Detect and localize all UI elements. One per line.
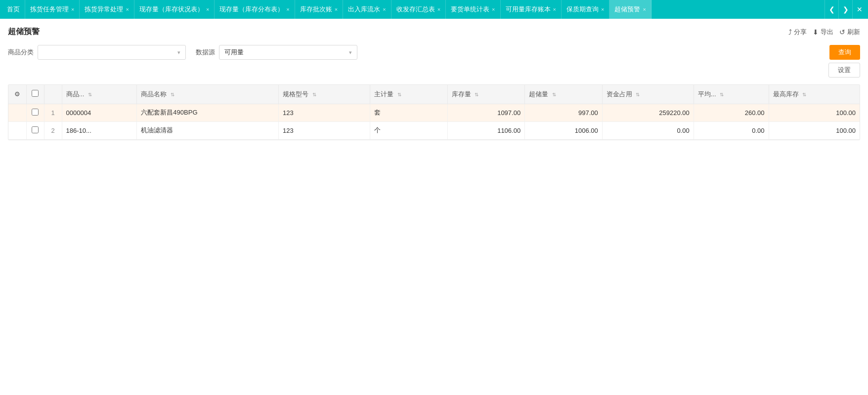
page-container: 超储预警 ⤴ 分享 ⬇ 导出 ↺ 刷新 商品分类 ▾ 数据源 [0, 19, 868, 395]
nav-tab-3[interactable]: 现存量（库存状况表）× [134, 0, 215, 19]
nav-tab-label: 现存量（库存状况表） [139, 5, 204, 14]
category-chevron-icon: ▾ [177, 49, 180, 56]
col-stock-label: 库存量 [452, 90, 471, 98]
col-unit-label: 主计量 [374, 90, 393, 98]
category-select[interactable]: ▾ [38, 45, 186, 60]
nav-tab-10[interactable]: 保质期查询× [562, 0, 609, 19]
col-select-all[interactable] [26, 85, 44, 104]
col-avg-label: 平均... [698, 90, 716, 98]
tab-close-btn[interactable]: × [126, 6, 129, 12]
row-avg: 0.00 [694, 121, 769, 139]
col-maxstock[interactable]: 最高库存 ⇅ [769, 85, 860, 104]
refresh-action[interactable]: ↺ 刷新 [839, 28, 860, 37]
query-button[interactable]: 查询 [829, 45, 860, 60]
page-title: 超储预警 [8, 27, 788, 37]
col-avg[interactable]: 平均... ⇅ [694, 85, 769, 104]
row-index: 2 [44, 121, 62, 139]
data-table-wrapper: ⚙ 商品... ⇅ 商品名称 ⇅ 规格型号 [8, 84, 860, 140]
nav-arrow-left[interactable]: ❮ [825, 0, 838, 19]
col-spec[interactable]: 规格型号 ⇅ [279, 85, 370, 104]
tab-close-btn[interactable]: × [71, 6, 74, 12]
tab-close-btn[interactable]: × [553, 6, 556, 12]
row-actions-cell [8, 121, 26, 139]
header-actions: ⤴ 分享 ⬇ 导出 ↺ 刷新 [788, 28, 860, 37]
tab-close-btn[interactable]: × [601, 6, 604, 12]
export-label: 导出 [821, 28, 833, 37]
nav-tab-8[interactable]: 要货单统计表× [446, 0, 500, 19]
col-settings[interactable]: ⚙ [8, 85, 26, 104]
row-spec: 123 [279, 104, 370, 121]
tab-close-btn[interactable]: × [335, 6, 338, 12]
row-checkbox-cell[interactable] [26, 121, 44, 139]
col-avg-sort-icon: ⇅ [720, 92, 724, 97]
top-navigation: 首页拣货任务管理×拣货异常处理×现存量（库存状况表）×现存量（库存分布表）×库存… [0, 0, 868, 19]
settings-gear-icon: ⚙ [14, 90, 20, 98]
row-overstock: 997.00 [525, 104, 603, 121]
nav-arrow-close[interactable]: ✕ [852, 0, 866, 19]
col-name[interactable]: 商品名称 ⇅ [137, 85, 279, 104]
settings-button[interactable]: 设置 [828, 63, 860, 78]
col-name-sort-icon: ⇅ [171, 92, 174, 97]
filter-area: 商品分类 ▾ 数据源 可用量 ▾ 查询 设置 [8, 45, 860, 78]
nav-tab-0[interactable]: 首页 [2, 0, 25, 19]
row-checkbox[interactable] [32, 126, 39, 133]
nav-tab-1[interactable]: 拣货任务管理× [25, 0, 80, 19]
datasource-select[interactable]: 可用量 ▾ [219, 45, 357, 60]
share-label: 分享 [794, 28, 807, 37]
nav-tab-7[interactable]: 收发存汇总表× [391, 0, 446, 19]
row-checkbox-cell[interactable] [26, 104, 44, 121]
col-overstock[interactable]: 超储量 ⇅ [525, 85, 603, 104]
nav-tab-label: 拣货任务管理 [30, 5, 69, 14]
category-select-value [43, 49, 45, 56]
page-header: 超储预警 ⤴ 分享 ⬇ 导出 ↺ 刷新 [8, 27, 860, 37]
nav-tab-label: 保质期查询 [566, 5, 599, 14]
nav-tab-2[interactable]: 拣货异常处理× [80, 0, 134, 19]
col-stock-sort-icon: ⇅ [475, 92, 478, 97]
row-name: 机油滤清器 [137, 121, 279, 139]
col-stock[interactable]: 库存量 ⇅ [447, 85, 525, 104]
nav-tab-5[interactable]: 库存批次账× [295, 0, 343, 19]
nav-tab-9[interactable]: 可用量库存账本× [501, 0, 562, 19]
nav-arrow-right[interactable]: ❯ [838, 0, 852, 19]
export-action[interactable]: ⬇ 导出 [813, 28, 833, 37]
row-code: 0000004 [62, 104, 137, 121]
col-unit[interactable]: 主计量 ⇅ [370, 85, 448, 104]
nav-tab-label: 收发存汇总表 [396, 5, 435, 14]
tab-close-btn[interactable]: × [437, 6, 440, 12]
nav-tab-6[interactable]: 出入库流水× [343, 0, 391, 19]
row-name: 六配套新昌490BPG [137, 104, 279, 121]
datasource-chevron-icon: ▾ [349, 49, 352, 56]
refresh-icon: ↺ [839, 28, 845, 36]
row-actions-cell [8, 104, 26, 121]
nav-tab-11[interactable]: 超储预警× [609, 0, 651, 19]
datasource-select-value: 可用量 [224, 48, 244, 57]
select-all-checkbox[interactable] [32, 90, 39, 97]
tab-close-btn[interactable]: × [643, 6, 646, 12]
row-code: 186-10... [62, 121, 137, 139]
col-unit-sort-icon: ⇅ [397, 92, 401, 97]
tab-close-btn[interactable]: × [492, 6, 495, 12]
row-stock: 1106.00 [447, 121, 525, 139]
refresh-label: 刷新 [847, 28, 860, 37]
tab-close-btn[interactable]: × [286, 6, 289, 12]
col-capital[interactable]: 资金占用 ⇅ [602, 85, 694, 104]
share-icon: ⤴ [788, 28, 792, 36]
row-maxstock: 100.00 [769, 121, 860, 139]
table-row: 2 186-10... 机油滤清器 123 个 1106.00 1006.00 … [8, 121, 860, 139]
datasource-filter-label: 数据源 [196, 48, 215, 57]
row-checkbox[interactable] [32, 109, 39, 116]
col-maxstock-label: 最高库存 [773, 90, 799, 98]
nav-tab-label: 超储预警 [614, 5, 640, 14]
nav-tab-label: 首页 [7, 5, 20, 14]
tab-close-btn[interactable]: × [383, 6, 386, 12]
col-code[interactable]: 商品... ⇅ [62, 85, 137, 104]
row-index: 1 [44, 104, 62, 121]
nav-tab-label: 要货单统计表 [451, 5, 489, 14]
nav-tab-label: 可用量库存账本 [506, 5, 551, 14]
row-stock: 1097.00 [447, 104, 525, 121]
share-action[interactable]: ⤴ 分享 [788, 28, 807, 37]
tab-close-btn[interactable]: × [206, 6, 209, 12]
col-overstock-label: 超储量 [529, 90, 548, 98]
category-filter-label: 商品分类 [8, 48, 34, 57]
nav-tab-4[interactable]: 现存量（库存分布表）× [215, 0, 295, 19]
